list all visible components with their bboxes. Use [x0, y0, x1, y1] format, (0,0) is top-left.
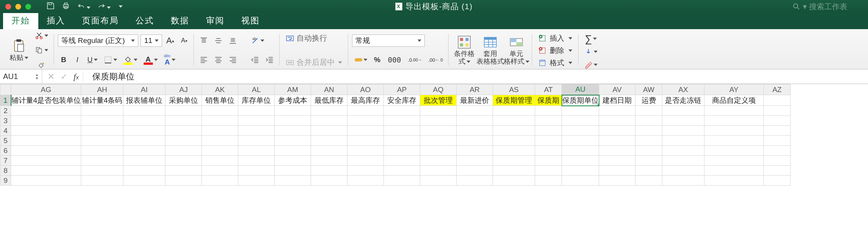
tab-home[interactable]: 开始 [3, 12, 38, 29]
qat-customize-icon[interactable] [119, 5, 123, 8]
cell-AZ3[interactable] [764, 116, 791, 126]
cell-AJ7[interactable] [165, 156, 202, 166]
cell-AX9[interactable] [662, 176, 704, 186]
row-header-8[interactable]: 8 [0, 166, 11, 176]
row-header-4[interactable]: 4 [0, 126, 11, 136]
cell-AJ1[interactable]: 采购单位 [165, 95, 202, 106]
cell-AO1[interactable]: 最高库存 [347, 95, 384, 106]
cell-AW2[interactable] [635, 106, 662, 116]
cell-AS2[interactable] [493, 106, 535, 116]
tab-view[interactable]: 视图 [233, 12, 268, 29]
cell-AZ6[interactable] [764, 146, 791, 156]
cell-AK3[interactable] [202, 116, 238, 126]
minimize-window-button[interactable] [15, 4, 21, 10]
column-header-AG[interactable]: AG [11, 84, 81, 95]
column-header-AM[interactable]: AM [275, 84, 311, 95]
cell-AK4[interactable] [202, 126, 238, 136]
cell-AY8[interactable] [704, 166, 764, 176]
paste-button[interactable]: 粘贴 [7, 33, 31, 67]
cell-AT8[interactable] [535, 166, 562, 176]
cell-AY3[interactable] [704, 116, 764, 126]
align-center-button[interactable] [212, 54, 224, 66]
cell-AJ3[interactable] [165, 116, 202, 126]
cell-AV7[interactable] [599, 156, 635, 166]
cell-AL6[interactable] [238, 146, 275, 156]
align-left-button[interactable] [198, 54, 210, 66]
row-header-7[interactable]: 7 [0, 156, 11, 166]
cell-AN7[interactable] [311, 156, 347, 166]
wrap-text-button[interactable]: 自动换行 [283, 31, 344, 45]
cell-AH3[interactable] [81, 116, 123, 126]
decrease-font-button[interactable]: A▾ [179, 35, 190, 46]
cell-AZ5[interactable] [764, 136, 791, 146]
cell-AX3[interactable] [662, 116, 704, 126]
tab-layout[interactable]: 页面布局 [74, 12, 127, 29]
cell-AG9[interactable] [11, 176, 81, 186]
cell-AG6[interactable] [11, 146, 81, 156]
cell-AY1[interactable]: 商品自定义项 [704, 95, 764, 106]
cell-AZ1[interactable] [764, 95, 791, 106]
cell-AQ7[interactable] [420, 156, 457, 166]
tab-formulas[interactable]: 公式 [127, 12, 162, 29]
cell-AV4[interactable] [599, 126, 635, 136]
maximize-window-button[interactable] [25, 4, 31, 10]
copy-button[interactable] [33, 44, 50, 56]
cell-AH4[interactable] [81, 126, 123, 136]
cell-AN9[interactable] [311, 176, 347, 186]
cell-AW5[interactable] [635, 136, 662, 146]
cell-AY5[interactable] [704, 136, 764, 146]
cell-AX1[interactable]: 是否走冻链 [662, 95, 704, 106]
cell-AI8[interactable] [123, 166, 165, 176]
cell-AI3[interactable] [123, 116, 165, 126]
cell-AS8[interactable] [493, 166, 535, 176]
conditional-format-button[interactable]: 条件格式 [452, 33, 476, 67]
number-format-combo[interactable]: 常规 [352, 35, 425, 47]
row-header-9[interactable]: 9 [0, 176, 11, 186]
cut-button[interactable] [33, 30, 50, 41]
cell-AJ6[interactable] [165, 146, 202, 156]
cell-AM7[interactable] [275, 156, 311, 166]
insert-cells-button[interactable]: 插入 [536, 33, 575, 44]
cell-AW1[interactable]: 运费 [635, 95, 662, 106]
cell-AN5[interactable] [311, 136, 347, 146]
increase-decimal-button[interactable]: .0.00→ [406, 54, 424, 66]
column-header-AZ[interactable]: AZ [764, 84, 791, 95]
column-header-AL[interactable]: AL [238, 84, 275, 95]
column-header-AN[interactable]: AN [311, 84, 347, 95]
align-right-button[interactable] [227, 54, 239, 66]
cell-AP8[interactable] [384, 166, 420, 176]
cell-AG7[interactable] [11, 156, 81, 166]
cell-AN3[interactable] [311, 116, 347, 126]
cell-AK9[interactable] [202, 176, 238, 186]
cell-AL4[interactable] [238, 126, 275, 136]
fx-button[interactable]: fx [74, 72, 83, 82]
column-header-AQ[interactable]: AQ [420, 84, 457, 95]
cell-AM4[interactable] [275, 126, 311, 136]
cell-AJ5[interactable] [165, 136, 202, 146]
format-painter-button[interactable] [33, 59, 50, 71]
cell-AM1[interactable]: 参考成本 [275, 95, 311, 106]
cell-AV1[interactable]: 建档日期 [599, 95, 635, 106]
row-header-6[interactable]: 6 [0, 146, 11, 156]
cell-AG8[interactable] [11, 166, 81, 176]
cell-AX7[interactable] [662, 156, 704, 166]
tab-insert[interactable]: 插入 [38, 12, 74, 29]
cell-AZ2[interactable] [764, 106, 791, 116]
save-icon[interactable] [46, 2, 55, 12]
cell-AH9[interactable] [81, 176, 123, 186]
cell-AT1[interactable]: 保质期 [535, 95, 562, 106]
cell-AU7[interactable] [562, 156, 599, 166]
cell-AU8[interactable] [562, 166, 599, 176]
cell-AI5[interactable] [123, 136, 165, 146]
column-header-AT[interactable]: AT [535, 84, 562, 95]
cell-AK7[interactable] [202, 156, 238, 166]
cell-AX6[interactable] [662, 146, 704, 156]
cell-AY4[interactable] [704, 126, 764, 136]
cell-AT3[interactable] [535, 116, 562, 126]
cell-AO8[interactable] [347, 166, 384, 176]
underline-button[interactable]: U [85, 54, 100, 66]
cell-AZ4[interactable] [764, 126, 791, 136]
cell-AP5[interactable] [384, 136, 420, 146]
cell-AT5[interactable] [535, 136, 562, 146]
cell-AY2[interactable] [704, 106, 764, 116]
